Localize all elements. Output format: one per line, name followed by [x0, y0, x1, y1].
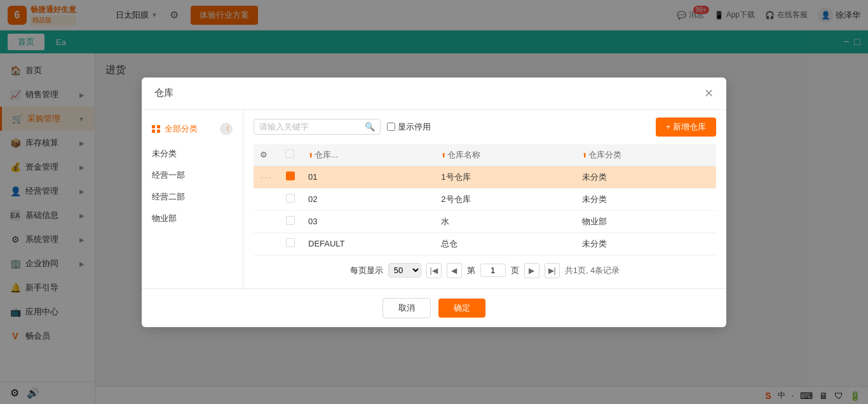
all-categories-label: 全部分类	[165, 123, 198, 135]
col-code: ⬆仓库...	[302, 144, 435, 166]
search-icon[interactable]: 🔍	[365, 122, 375, 131]
table-panel: 🔍 显示停用 + 新增仓库 ⚙	[243, 110, 726, 288]
row-name: 1号仓库	[435, 166, 575, 188]
row-name: 总仓	[435, 232, 575, 255]
row-checkbox-cell	[279, 232, 302, 255]
row-name: 2号仓库	[435, 188, 575, 210]
col-category: ⬆仓库分类	[576, 144, 716, 166]
row-code: 03	[302, 210, 435, 232]
cancel-button[interactable]: 取消	[383, 298, 431, 318]
table-row[interactable]: 02 2号仓库 未分类	[254, 188, 716, 210]
dialog-header: 仓库 ✕	[142, 77, 726, 110]
row-category: 未分类	[576, 232, 716, 255]
first-page-button[interactable]: |◀	[426, 263, 442, 278]
show-disabled-checkbox-wrap[interactable]: 显示停用	[387, 121, 431, 133]
per-page-select[interactable]: 10 20 50 100	[388, 263, 421, 278]
row-actions-icon[interactable]: ···	[261, 172, 272, 182]
warehouse-dialog: 仓库 ✕ 全部分类 《 未分类 经营一部 经营二部 物业部	[142, 77, 726, 327]
select-all-checkbox[interactable]	[285, 149, 294, 158]
row-checkbox-cell	[279, 188, 302, 210]
row-category: 未分类	[576, 188, 716, 210]
per-page-select-wrap: 10 20 50 100	[388, 263, 421, 278]
actions-cell	[254, 210, 279, 232]
col-settings: ⚙	[254, 144, 279, 166]
pagination: 每页显示 10 20 50 100 |◀ ◀ 第 页 ▶	[254, 255, 716, 281]
table-row[interactable]: ··· 01 1号仓库 未分类	[254, 166, 716, 188]
total-info: 共1页, 4条记录	[565, 265, 620, 276]
sort-icon-category: ⬆	[582, 152, 587, 159]
prev-page-button[interactable]: ◀	[447, 263, 462, 278]
category-item-dept2[interactable]: 经营二部	[142, 186, 243, 208]
last-page-button[interactable]: ▶|	[545, 263, 560, 278]
table-row[interactable]: 03 水 物业部	[254, 210, 716, 232]
search-input[interactable]	[259, 122, 361, 131]
grid-icon	[152, 125, 161, 133]
row-checkbox-cell	[279, 210, 302, 232]
row-code: 02	[302, 188, 435, 210]
per-page-label: 每页显示	[350, 265, 383, 276]
show-disabled-checkbox[interactable]	[387, 123, 395, 131]
dialog-title: 仓库	[154, 87, 173, 99]
row-checkbox[interactable]	[286, 216, 295, 225]
col-checkbox	[279, 144, 302, 166]
row-code: DEFAULT	[302, 232, 435, 255]
dialog-body: 全部分类 《 未分类 经营一部 经营二部 物业部 🔍	[142, 110, 726, 288]
row-checkbox[interactable]	[286, 194, 295, 203]
row-checkbox[interactable]	[286, 238, 295, 247]
warehouse-table: ⚙ ⬆仓库... ⬆仓库名称 ⬆仓库分类 ··· 01	[254, 144, 716, 255]
search-input-wrap: 🔍	[254, 119, 381, 135]
add-warehouse-button[interactable]: + 新增仓库	[656, 118, 716, 137]
table-row[interactable]: DEFAULT 总仓 未分类	[254, 232, 716, 255]
row-code: 01	[302, 166, 435, 188]
next-page-button[interactable]: ▶	[524, 263, 539, 278]
row-checkbox[interactable]	[286, 172, 295, 180]
actions-cell	[254, 188, 279, 210]
category-item-dept1[interactable]: 经营一部	[142, 165, 243, 186]
row-checkbox-cell	[279, 166, 302, 188]
dialog-footer: 取消 确定	[142, 288, 726, 327]
dialog-close-button[interactable]: ✕	[704, 86, 714, 100]
modal-overlay: 仓库 ✕ 全部分类 《 未分类 经营一部 经营二部 物业部	[0, 0, 868, 404]
row-category: 物业部	[576, 210, 716, 232]
page-unit: 页	[511, 265, 519, 276]
category-item-unclassified[interactable]: 未分类	[142, 143, 243, 165]
actions-cell	[254, 232, 279, 255]
row-name: 水	[435, 210, 575, 232]
page-input[interactable]	[480, 264, 506, 277]
table-header-row: ⚙ ⬆仓库... ⬆仓库名称 ⬆仓库分类	[254, 144, 716, 166]
confirm-button[interactable]: 确定	[438, 299, 485, 318]
page-label: 第	[467, 265, 475, 276]
collapse-button[interactable]: 《	[220, 123, 233, 135]
all-categories-item[interactable]: 全部分类 《	[142, 118, 243, 143]
sort-icon-code: ⬆	[308, 152, 313, 159]
table-toolbar: 🔍 显示停用 + 新增仓库	[254, 118, 716, 137]
show-disabled-label: 显示停用	[398, 121, 431, 133]
col-name: ⬆仓库名称	[435, 144, 575, 166]
actions-cell: ···	[254, 166, 279, 188]
sort-icon-name: ⬆	[441, 152, 446, 159]
category-panel: 全部分类 《 未分类 经营一部 经营二部 物业部	[142, 110, 243, 288]
row-category: 未分类	[576, 166, 716, 188]
category-item-property[interactable]: 物业部	[142, 208, 243, 229]
table-wrapper: ⚙ ⬆仓库... ⬆仓库名称 ⬆仓库分类 ··· 01	[254, 144, 716, 255]
